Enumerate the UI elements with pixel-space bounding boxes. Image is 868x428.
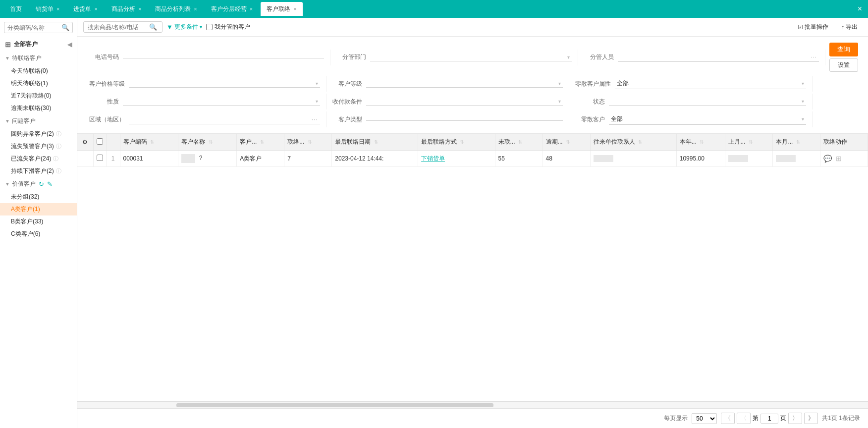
search-button[interactable]: 查询 (829, 43, 858, 56)
nav-tab-goods-analysis[interactable]: 商品分析 × (106, 2, 147, 16)
code-column-header[interactable]: 客户编码 ⇅ (120, 134, 178, 151)
close-customer-layer-icon[interactable]: × (250, 6, 253, 12)
sidebar-all-customers[interactable]: ⊞ 全部客户 ◀ (0, 37, 77, 52)
nav-tab-customer-contact[interactable]: 客户联络 × (261, 2, 302, 16)
row-name-cell[interactable]: ? (178, 151, 237, 167)
sidebar-search-input[interactable] (7, 24, 61, 31)
row-checkbox-cell[interactable] (93, 151, 106, 167)
sidebar-collapse-icon[interactable]: ◀ (67, 41, 72, 48)
row-actions-cell[interactable]: 💬 ⊞ (820, 151, 868, 167)
nav-tab-purchase[interactable]: 进货单 × (67, 2, 103, 16)
batch-op-button[interactable]: ☑ 批量操作 (793, 21, 833, 33)
sidebar-item-churned[interactable]: 已流失客户(24) ⓘ (0, 153, 77, 165)
region-input[interactable]: ··· (129, 115, 320, 124)
more-action-icon[interactable]: ⊞ (836, 155, 842, 162)
sidebar-item-class-c[interactable]: C类客户(6) (0, 228, 77, 240)
sidebar-item-declining[interactable]: 持续下滑客户(2) ⓘ (0, 165, 77, 177)
close-customer-contact-icon[interactable]: × (293, 6, 296, 12)
checkbox-column-header[interactable] (93, 134, 106, 151)
section-value-customers[interactable]: ▼ 价值客户 ↻ ✎ (0, 177, 77, 191)
nav-tab-home[interactable]: 首页 (4, 2, 28, 16)
nature-input[interactable]: ▾ (123, 98, 320, 106)
horizontal-scrollbar[interactable] (77, 401, 868, 408)
sidebar-item-unclassified[interactable]: 未分组(32) (0, 191, 77, 203)
last-month-column-header[interactable]: 上月... ⇅ (725, 134, 773, 151)
my-customers-checkbox-label[interactable]: 我分管的客户 (206, 23, 250, 31)
this-month-column-header[interactable]: 本月... ⇅ (773, 134, 820, 151)
section-problem-customers[interactable]: ▼ 问题客户 (0, 114, 77, 128)
sidebar-item-repurchase-abnormal[interactable]: 回购异常客户(2) ⓘ (0, 128, 77, 140)
close-sales-icon[interactable]: × (56, 6, 59, 12)
field-nature: 性质 ▾ (83, 94, 326, 109)
close-purchase-icon[interactable]: × (94, 6, 97, 12)
refresh-icon[interactable]: ↻ (39, 180, 44, 188)
nav-tab-sales[interactable]: 销货单 × (30, 2, 65, 16)
close-goods-analysis-icon[interactable]: × (138, 6, 141, 12)
sidebar-search-icon[interactable]: 🔍 (61, 24, 69, 31)
sidebar-item-overdue[interactable]: 逾期未联络(30) (0, 102, 77, 114)
customer-type-column-header[interactable]: 客户... ⇅ (237, 134, 284, 151)
overdue-column-header[interactable]: 逾期... ⇅ (542, 134, 590, 151)
price-level-label: 客户价格等级 (89, 80, 125, 88)
status-input[interactable]: ▾ (609, 98, 806, 106)
last-page-button[interactable]: 》 (804, 413, 818, 424)
close-goods-list-icon[interactable]: × (194, 6, 197, 12)
close-all-button[interactable]: × (856, 2, 864, 15)
manager-input[interactable]: ··· (618, 53, 819, 62)
edit-icon[interactable]: ✎ (47, 180, 53, 188)
search-icon[interactable]: 🔍 (149, 23, 157, 31)
page-size-select[interactable]: 50 10 20 100 (692, 413, 717, 424)
prev-page-button[interactable]: 〈 (737, 413, 751, 424)
current-year-sort-icon: ⇅ (700, 139, 704, 145)
company-contact-column-header[interactable]: 往来单位联系人 ⇅ (590, 134, 676, 151)
this-month-col-label: 本月... (776, 138, 793, 145)
filter-bar: 🔍 ▼ 更多条件 ▾ 我分管的客户 ☑ 批量操作 ↑ 导出 (77, 18, 868, 37)
sidebar-item-7days[interactable]: 近7天待联络(0) (0, 90, 77, 102)
sidebar-item-class-b[interactable]: B类客户(33) (0, 215, 77, 228)
scroll-thumb[interactable] (176, 403, 493, 407)
settings-button[interactable]: 设置 (829, 58, 858, 72)
name-placeholder (181, 154, 195, 163)
contact-action-icon[interactable]: 💬 (823, 155, 832, 162)
search-box[interactable]: 🔍 (83, 21, 163, 33)
sidebar-item-class-a[interactable]: A类客户(1) (0, 203, 77, 215)
more-filters-button[interactable]: ▼ 更多条件 ▾ (166, 23, 202, 31)
phone-input[interactable] (123, 56, 324, 58)
last-contact-date-column-header[interactable]: 最后联络日期 ⇅ (332, 134, 418, 151)
export-button[interactable]: ↑ 导出 (837, 21, 862, 33)
page-number-input[interactable] (760, 414, 778, 424)
sidebar-item-today[interactable]: 今天待联络(0) (0, 65, 77, 77)
more-filters-label: 更多条件 (174, 23, 198, 31)
contacts-column-header[interactable]: 联络... ⇅ (284, 134, 332, 151)
dept-input[interactable]: ▾ (370, 54, 571, 61)
sidebar-item-churn-warning[interactable]: 流失预警客户(3) ⓘ (0, 140, 77, 153)
customer-level-input[interactable]: ▾ (366, 80, 563, 88)
gear-column-header[interactable]: ⚙ (77, 134, 93, 151)
my-customers-checkbox[interactable] (206, 24, 213, 30)
retail-customer-input[interactable]: 全部 ▾ (609, 114, 806, 125)
repurchase-abnormal-label: 回购异常客户(2) (11, 130, 54, 138)
payment-input[interactable]: ▾ (366, 98, 563, 106)
sidebar-item-tomorrow[interactable]: 明天待联络(1) (0, 77, 77, 90)
first-page-button[interactable]: 《 (721, 413, 735, 424)
row-code-cell[interactable]: 000031 (120, 151, 178, 167)
nav-tab-goods-list[interactable]: 商品分析列表 × (149, 2, 203, 16)
row-last-contact-method-cell[interactable]: 下销货单 (418, 151, 495, 167)
row-checkbox[interactable] (97, 155, 103, 161)
section-pending-contact[interactable]: ▼ 待联络客户 (0, 52, 77, 65)
select-all-checkbox[interactable] (97, 138, 103, 145)
row-last-contact-method[interactable]: 下销货单 (421, 155, 445, 162)
uncontacted-column-header[interactable]: 未联... ⇅ (495, 134, 542, 151)
price-level-input[interactable]: ▾ (129, 80, 320, 88)
last-contact-method-column-header[interactable]: 最后联络方式 ⇅ (418, 134, 495, 151)
all-customers-label: 全部客户 (14, 40, 38, 49)
nav-tab-customer-layer[interactable]: 客户分层经营 × (205, 2, 259, 16)
search-input[interactable] (88, 24, 147, 31)
current-year-column-header[interactable]: 本年... ⇅ (676, 134, 725, 151)
customer-type-input[interactable] (366, 118, 563, 121)
next-page-button[interactable]: 〉 (788, 413, 802, 424)
name-column-header[interactable]: 客户名称 ⇅ (178, 134, 237, 151)
retail-attr-input[interactable]: 全部 ▾ (615, 78, 806, 89)
code-sort-icon: ⇅ (150, 139, 154, 145)
sidebar-search-box[interactable]: 🔍 (4, 22, 73, 33)
